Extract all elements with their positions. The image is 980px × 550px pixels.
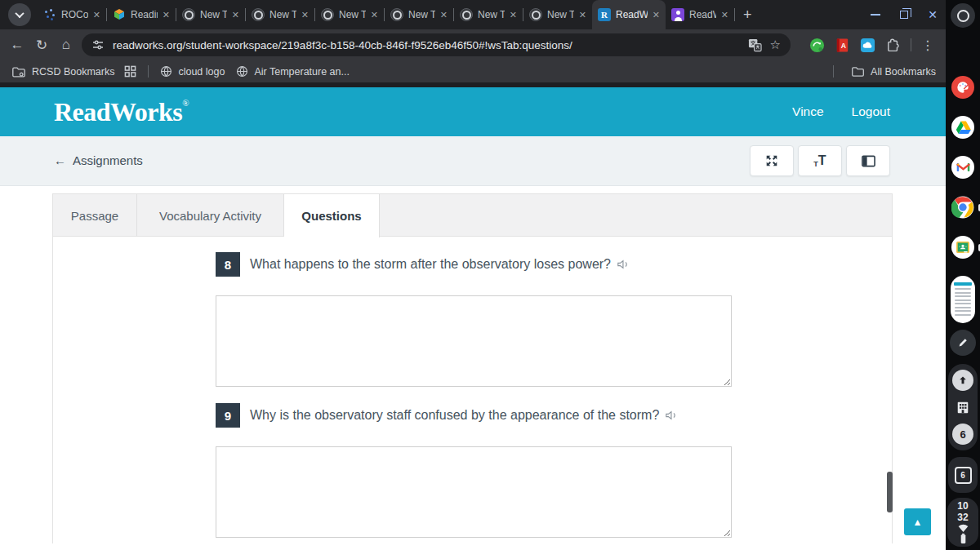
minimize-icon[interactable] [871,14,880,16]
bookmark-air-temperature[interactable]: Air Temperature an... [236,65,350,78]
dark-globe-favicon [252,8,265,21]
screenshot-preview-thumbnail[interactable] [951,276,975,323]
speaker-icon[interactable] [617,259,629,270]
scroll-to-top-button[interactable]: ▲ [904,508,931,535]
tab-passage[interactable]: Passage [53,194,137,237]
page-content: ReadWorks® Vince Logout ← Assignments [0,87,946,550]
apps-grid-icon[interactable] [124,65,136,78]
restore-icon[interactable] [900,11,908,19]
extensions-row: A ⋮ [809,29,946,60]
browser-tab[interactable]: New Ta ✕ [315,0,384,29]
classroom-board-icon [955,239,971,255]
dark-globe-favicon [390,8,403,21]
tab-questions[interactable]: Questions [284,194,380,237]
canvas-app-icon[interactable] [951,76,974,99]
svg-text:A: A [841,41,846,49]
back-icon[interactable]: ← [5,37,29,53]
bookmark-folder-rcsd[interactable]: RCSD Bookmarks [11,65,114,78]
cube-favicon [113,8,126,21]
tab-close-icon[interactable]: ✕ [163,11,170,20]
text-size-button[interactable]: TT [798,145,842,176]
virtual-desk-button[interactable]: 6 [948,457,978,493]
browser-tab[interactable]: New Ta ✕ [523,0,592,29]
bookmarks-separator [833,65,834,78]
green-extension-icon[interactable] [809,38,825,53]
globe-icon [160,65,172,78]
reload-icon[interactable]: ↻ [29,37,54,54]
answer-textarea-question-8[interactable] [216,295,732,387]
purple-profile-favicon [671,8,684,21]
chrome-app-icon[interactable] [951,196,974,219]
scroll-up-icon[interactable] [952,370,973,391]
pen-tool-icon[interactable] [950,330,976,356]
fullscreen-button[interactable] [750,145,794,176]
status-tray[interactable]: 10 32 [947,498,978,547]
building-icon[interactable] [956,401,970,415]
browser-tab[interactable]: ROCon ✕ [38,0,106,29]
tab-close-icon[interactable]: ✕ [93,11,100,20]
shelf-tool-group: 6 [948,364,978,450]
chrome-logo-icon [951,196,974,219]
tab-close-icon[interactable]: ✕ [579,11,586,20]
split-view-button[interactable] [846,145,890,176]
tab-close-icon[interactable]: ✕ [301,11,309,20]
home-icon[interactable]: ⌂ [54,37,78,53]
tab-close-icon[interactable]: ✕ [510,11,517,20]
google-drive-icon[interactable] [951,116,974,139]
tab-close-icon[interactable]: ✕ [653,11,660,20]
question-number-badge: 8 [216,252,240,277]
globe-icon [236,65,248,78]
questions-panel: 8 What happens to the storm after the ob… [53,237,892,543]
drive-triangle-icon [956,120,971,135]
address-bar[interactable]: readworks.org/student-workspace/219a8f3c… [82,33,791,56]
browser-tab-active[interactable]: R ReadW ✕ [592,0,666,29]
wifi-icon [958,524,969,532]
tab-close-icon[interactable]: ✕ [721,11,728,20]
back-to-assignments-link[interactable]: ← Assignments [54,153,143,167]
thumbnail-header [954,282,972,286]
all-bookmarks-button[interactable]: All Bookmarks [833,65,936,78]
close-window-icon[interactable]: ✕ [928,9,938,20]
gmail-m-icon [956,162,970,173]
translate-icon[interactable] [748,38,762,52]
clock-minutes: 32 [957,512,968,523]
browser-tab[interactable]: New Ta ✕ [176,0,245,29]
bookmarks-bar: RCSD Bookmarks cloud logo Air Temperatur… [0,60,946,82]
answer-textarea-question-9[interactable] [216,446,732,538]
clock-hours: 10 [957,501,968,512]
google-classroom-icon[interactable] [951,236,974,259]
browser-tab[interactable]: New Ta ✕ [246,0,314,29]
bookmark-cloud-logo[interactable]: cloud logo [160,65,225,78]
tab-close-icon[interactable]: ✕ [440,11,448,20]
counter-badge[interactable]: 6 [952,424,973,445]
tab-vocabulary-activity[interactable]: Vocabulary Activity [137,194,284,237]
view-buttons: TT [750,145,890,176]
red-book-extension-icon[interactable]: A [835,38,850,53]
gmail-icon[interactable] [951,156,974,179]
page-scrollbar-thumb[interactable] [887,472,893,512]
browser-tab[interactable]: New Ta ✕ [454,0,523,29]
launcher-icon[interactable] [951,3,975,28]
speaker-icon[interactable] [665,410,677,421]
bookmark-star-icon[interactable]: ☆ [770,38,781,52]
extensions-puzzle-icon[interactable] [885,38,901,53]
logout-link[interactable]: Logout [852,104,890,119]
browser-tab[interactable]: ReadW ✕ [666,0,734,29]
browser-menu-icon[interactable]: ⋮ [921,38,934,53]
tab-search-button[interactable] [8,3,31,26]
site-settings-icon[interactable] [91,38,105,51]
new-tab-button[interactable]: + [743,7,752,22]
readworks-favicon: R [598,8,611,21]
blue-cloud-extension-icon[interactable] [860,38,875,53]
folder-gear-icon [11,65,26,78]
dark-globe-favicon [460,8,473,21]
user-name-link[interactable]: Vince [792,104,824,119]
assignments-bar: ← Assignments TT [0,136,946,186]
browser-tab[interactable]: Readin ✕ [107,0,176,29]
readworks-logo[interactable]: ReadWorks® [54,97,189,127]
tab-close-icon[interactable]: ✕ [232,11,239,20]
browser-tab[interactable]: New Ta ✕ [385,0,453,29]
window-controls: ✕ [871,0,938,29]
toolbar-separator [911,38,911,51]
tab-close-icon[interactable]: ✕ [371,11,378,20]
